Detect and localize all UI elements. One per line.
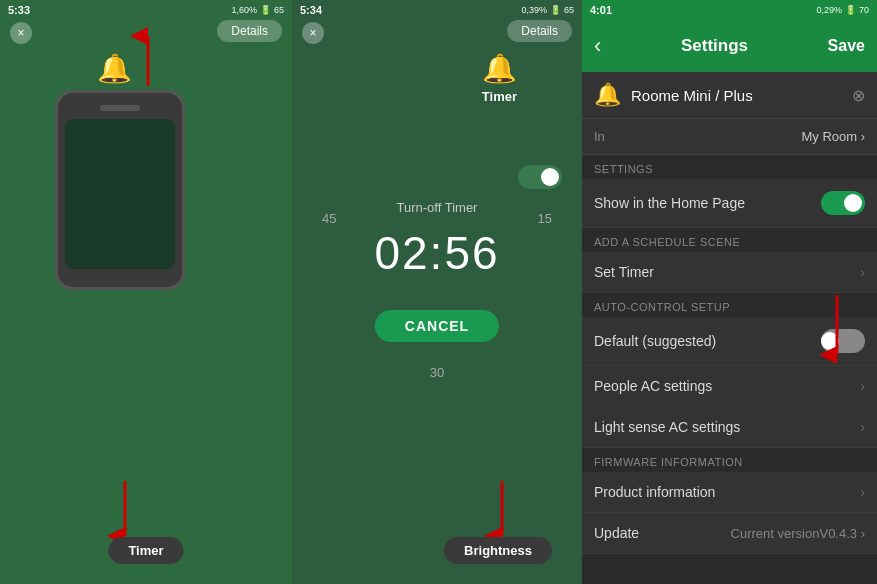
section-header-1: ADD A SCHEDULE SCENE — [582, 228, 877, 252]
right-status-icons: 0,29% 🔋70 — [816, 5, 869, 15]
timer-display: Turn-off Timer 45 15 02:56 — [292, 200, 582, 280]
arrow-up-icon — [128, 28, 168, 88]
mid-close-button[interactable]: × — [302, 22, 324, 44]
row-label-2-2: Light sense AC settings — [594, 419, 740, 435]
row-label-2-1: People AC settings — [594, 378, 712, 394]
device-name-clear-button[interactable]: ⊗ — [852, 86, 865, 105]
mid-status-bar: 5:34 0,39% 🔋65 — [292, 0, 582, 20]
in-value: My Room › — [801, 129, 865, 144]
toggle-2-0[interactable] — [821, 329, 865, 353]
left-status-icons: 1,60% 🔋65 — [231, 5, 284, 15]
timer-num-bottom: 30 — [430, 365, 444, 380]
row-value-3-1: Current versionV0.4.3 › — [731, 526, 865, 541]
mid-details-button[interactable]: Details — [507, 20, 572, 42]
right-time: 4:01 — [590, 4, 612, 16]
settings-row-2-1[interactable]: People AC settings› — [582, 366, 877, 407]
device-name-row: 🔔 ⊗ — [582, 72, 877, 119]
settings-row-3-0[interactable]: Product information› — [582, 472, 877, 513]
save-button[interactable]: Save — [828, 37, 865, 55]
in-row: In My Room › — [582, 119, 877, 155]
back-button[interactable]: ‹ — [594, 33, 601, 59]
chevron-icon-2-1: › — [860, 378, 865, 394]
in-label: In — [594, 129, 605, 144]
toggle-0-0[interactable] — [821, 191, 865, 215]
right-panel: 4:01 0,29% 🔋70 ‹ Settings Save 🔔 ⊗ In My… — [582, 0, 877, 584]
chevron-icon-2-2: › — [860, 419, 865, 435]
mid-timer-label: Timer — [482, 89, 517, 104]
row-label-3-1: Update — [594, 525, 639, 541]
settings-row-2-0[interactable]: Default (suggested) — [582, 317, 877, 366]
arrow-down-mid-icon — [477, 476, 527, 546]
chevron-icon-1-0: › — [860, 264, 865, 280]
left-time: 5:33 — [8, 4, 30, 16]
mid-time: 5:34 — [300, 4, 322, 16]
mid-bell-icon: 🔔 — [482, 52, 517, 85]
toggle-knob-0-0 — [844, 194, 862, 212]
settings-row-3-1: UpdateCurrent versionV0.4.3 › — [582, 513, 877, 554]
section-header-0: SETTINGS — [582, 155, 877, 179]
settings-body: 🔔 ⊗ In My Room › SETTINGSShow in the Hom… — [582, 72, 877, 584]
mid-bell-item: 🔔 Timer — [482, 52, 517, 104]
mid-signal: 0,39% — [521, 5, 547, 15]
cancel-button[interactable]: CANCEL — [375, 310, 499, 342]
timer-side-left: 45 — [322, 211, 336, 226]
row-label-2-0: Default (suggested) — [594, 333, 716, 349]
phone-mockup — [55, 90, 185, 290]
row-label-1-0: Set Timer — [594, 264, 654, 280]
settings-row-0-0[interactable]: Show in the Home Page — [582, 179, 877, 228]
right-signal: 0,29% — [816, 5, 842, 15]
device-bell-icon: 🔔 — [594, 82, 621, 108]
phone-screen — [65, 119, 175, 269]
left-timer-label: Timer — [108, 537, 183, 564]
mid-toggle[interactable] — [518, 165, 562, 189]
section-header-3: FIRMWARE INFORMATION — [582, 448, 877, 472]
settings-row-1-0[interactable]: Set Timer› — [582, 252, 877, 293]
toggle-knob-2-0 — [821, 332, 839, 350]
chevron-icon-3-0: › — [860, 484, 865, 500]
settings-row-2-2[interactable]: Light sense AC settings› — [582, 407, 877, 448]
mid-toggle-knob — [541, 168, 559, 186]
row-label-3-0: Product information — [594, 484, 715, 500]
sections-container: SETTINGSShow in the Home PageADD A SCHED… — [582, 155, 877, 554]
left-close-button[interactable]: × — [10, 22, 32, 44]
left-panel: 5:33 1,60% 🔋65 × Details 🔔 Brightness 90 — [0, 0, 292, 584]
timer-time-value: 02:56 — [292, 226, 582, 280]
settings-header: ‹ Settings Save — [582, 20, 877, 72]
left-signal: 1,60% — [231, 5, 257, 15]
middle-panel: 5:34 0,39% 🔋65 × Details 🔔 Timer Turn-of… — [292, 0, 582, 584]
arrow-down-left-icon — [100, 476, 150, 546]
section-header-2: AUTO-CONTROL SETUP — [582, 293, 877, 317]
row-label-0-0: Show in the Home Page — [594, 195, 745, 211]
brightness-label: Brightness — [444, 537, 552, 564]
settings-title: Settings — [681, 36, 748, 56]
left-status-bar: 5:33 1,60% 🔋65 — [0, 0, 292, 20]
mid-status-icons: 0,39% 🔋65 — [521, 5, 574, 15]
left-details-button[interactable]: Details — [217, 20, 282, 42]
device-name-input[interactable] — [631, 87, 842, 104]
timer-side-right: 15 — [538, 211, 552, 226]
phone-notch — [100, 105, 140, 111]
right-status-bar: 4:01 0,29% 🔋70 — [582, 0, 877, 20]
